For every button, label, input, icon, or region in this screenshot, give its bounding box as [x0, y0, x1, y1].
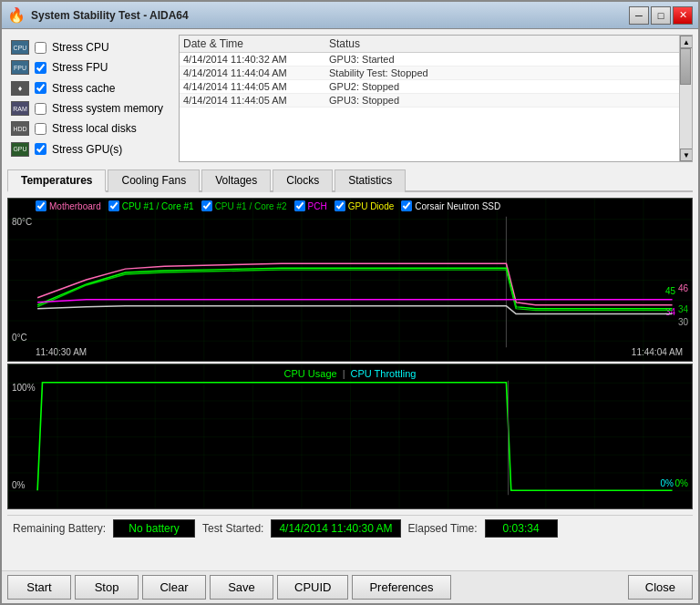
tab-cooling[interactable]: Cooling Fans: [108, 169, 200, 192]
tab-statistics[interactable]: Statistics: [335, 169, 406, 192]
stop-button[interactable]: Stop: [75, 575, 139, 600]
stress-gpu-label: Stress GPU(s): [52, 143, 122, 156]
log-panel: Date & Time Status 4/14/2014 11:40:32 AM…: [179, 35, 693, 162]
tabs-section: Temperatures Cooling Fans Voltages Clock…: [7, 168, 693, 192]
legend-gpu-diode-label: GPU Diode: [348, 201, 395, 211]
log-rows[interactable]: 4/14/2014 11:40:32 AM GPU3: Started 4/14…: [180, 53, 692, 161]
log-row: 4/14/2014 11:44:05 AM GPU3: Stopped: [180, 94, 692, 108]
app-icon: 🔥: [7, 6, 26, 24]
stress-cache-checkbox[interactable]: [35, 82, 46, 94]
legend-motherboard: Motherboard: [36, 200, 101, 211]
main-window: 🔥 System Stability Test - AIDA64 ─ □ ✕ C…: [0, 0, 700, 605]
log-date-0: 4/14/2014 11:40:32 AM: [183, 54, 329, 65]
disk-icon: HDD: [11, 121, 29, 136]
log-row: 4/14/2014 11:44:04 AM Stability Test: St…: [180, 67, 692, 80]
titlebar-close-button[interactable]: ✕: [673, 6, 693, 25]
legend-motherboard-check[interactable]: [36, 200, 46, 211]
stress-item-gpu: GPU Stress GPU(s): [11, 140, 168, 159]
log-date-1: 4/14/2014 11:44:04 AM: [183, 67, 329, 78]
log-row: 4/14/2014 11:40:32 AM GPU3: Started: [180, 53, 692, 67]
scroll-thumb[interactable]: [680, 48, 691, 85]
stress-mem-checkbox[interactable]: [35, 103, 46, 115]
elapsed-label: Elapsed Time:: [408, 522, 478, 535]
temp-chart: Motherboard CPU #1 / Core #1 CPU #1 / Co…: [7, 198, 693, 362]
maximize-button[interactable]: □: [651, 6, 671, 25]
log-status-0: GPU3: Started: [329, 54, 688, 65]
stress-panel: CPU Stress CPU FPU Stress FPU ♦ Stress c…: [7, 35, 171, 162]
stress-item-cpu: CPU Stress CPU: [11, 38, 168, 56]
title-bar-controls: ─ □ ✕: [629, 6, 693, 25]
title-bar-left: 🔥 System Stability Test - AIDA64: [7, 6, 189, 24]
log-row: 4/14/2014 11:44:05 AM GPU2: Stopped: [180, 80, 692, 94]
legend-gpu-diode: GPU Diode: [335, 200, 395, 211]
minimize-button[interactable]: ─: [629, 6, 649, 25]
legend-cpu1: CPU #1 / Core #1: [108, 200, 194, 211]
chart-area: Motherboard CPU #1 / Core #1 CPU #1 / Co…: [7, 198, 693, 509]
cpu-chart: CPU Usage | CPU Throttling 100% 0% 0% 0%: [7, 364, 693, 509]
legend-cpu1-check[interactable]: [108, 200, 119, 211]
stress-item-fpu: FPU Stress FPU: [11, 58, 168, 77]
cpuid-button[interactable]: CPUID: [277, 575, 348, 600]
fpu-icon: FPU: [11, 60, 29, 75]
log-date-2: 4/14/2014 11:44:05 AM: [183, 81, 329, 92]
main-content: CPU Stress CPU FPU Stress FPU ♦ Stress c…: [2, 29, 698, 570]
gpu-icon: GPU: [11, 142, 29, 157]
stress-disk-checkbox[interactable]: [35, 123, 46, 135]
log-header: Date & Time Status: [180, 36, 692, 53]
log-status-3: GPU3: Stopped: [329, 95, 688, 106]
top-section: CPU Stress CPU FPU Stress FPU ♦ Stress c…: [7, 35, 693, 162]
legend-ssd-check[interactable]: [401, 200, 412, 211]
legend-cpu2-label: CPU #1 / Core #2: [215, 201, 287, 211]
stress-item-disk: HDD Stress local disks: [11, 119, 168, 138]
legend-ssd-label: Corsair Neutron SSD: [415, 201, 500, 211]
tab-voltages[interactable]: Voltages: [201, 169, 271, 192]
elapsed-value: 0:03:34: [485, 519, 558, 538]
save-button[interactable]: Save: [210, 575, 273, 600]
log-status-2: GPU2: Stopped: [329, 81, 688, 92]
scroll-up-arrow[interactable]: ▲: [680, 36, 693, 48]
legend-pch-check[interactable]: [294, 200, 305, 211]
bottom-bar: Remaining Battery: No battery Test Start…: [7, 515, 693, 541]
legend-cpu2-check[interactable]: [201, 200, 212, 211]
log-scrollbar[interactable]: ▲ ▼: [679, 36, 692, 161]
battery-label: Remaining Battery:: [13, 522, 106, 535]
scroll-down-arrow[interactable]: ▼: [680, 149, 693, 161]
tab-temperatures[interactable]: Temperatures: [7, 169, 106, 192]
stress-fpu-label: Stress FPU: [52, 61, 108, 74]
temp-chart-svg: [8, 199, 692, 361]
stress-fpu-checkbox[interactable]: [35, 62, 46, 74]
action-bar: Start Stop Clear Save CPUID Preferences …: [2, 570, 698, 603]
preferences-button[interactable]: Preferences: [352, 575, 450, 600]
start-button[interactable]: Start: [7, 575, 71, 600]
log-date-header: Date & Time: [183, 37, 329, 50]
legend-gpu-diode-check[interactable]: [335, 200, 345, 211]
started-label: Test Started:: [202, 522, 263, 535]
cpu-chart-svg: [8, 364, 692, 508]
log-status-header: Status: [329, 37, 688, 50]
cpu-icon: CPU: [11, 40, 29, 55]
cache-icon: ♦: [11, 81, 29, 96]
stress-gpu-checkbox[interactable]: [35, 143, 46, 155]
svg-rect-2: [8, 364, 692, 508]
title-bar: 🔥 System Stability Test - AIDA64 ─ □ ✕: [2, 2, 698, 29]
temp-legend: Motherboard CPU #1 / Core #1 CPU #1 / Co…: [36, 200, 683, 211]
log-status-1: Stability Test: Stopped: [329, 67, 688, 78]
stress-cpu-checkbox[interactable]: [35, 42, 46, 54]
legend-cpu1-label: CPU #1 / Core #1: [122, 201, 194, 211]
stress-cache-label: Stress cache: [52, 82, 115, 95]
legend-pch-label: PCH: [308, 201, 327, 211]
window-title: System Stability Test - AIDA64: [31, 9, 189, 22]
stress-mem-label: Stress system memory: [52, 102, 163, 115]
stress-item-mem: RAM Stress system memory: [11, 99, 168, 118]
started-value: 4/14/2014 11:40:30 AM: [271, 519, 400, 538]
clear-button[interactable]: Clear: [142, 575, 206, 600]
log-date-3: 4/14/2014 11:44:05 AM: [183, 95, 329, 106]
stress-item-cache: ♦ Stress cache: [11, 79, 168, 97]
stress-disk-label: Stress local disks: [52, 122, 137, 135]
tab-bar: Temperatures Cooling Fans Voltages Clock…: [7, 168, 693, 192]
stress-cpu-label: Stress CPU: [52, 41, 109, 54]
tab-clocks[interactable]: Clocks: [273, 169, 333, 192]
close-button[interactable]: Close: [628, 575, 693, 600]
battery-value: No battery: [113, 519, 195, 538]
mem-icon: RAM: [11, 101, 29, 116]
